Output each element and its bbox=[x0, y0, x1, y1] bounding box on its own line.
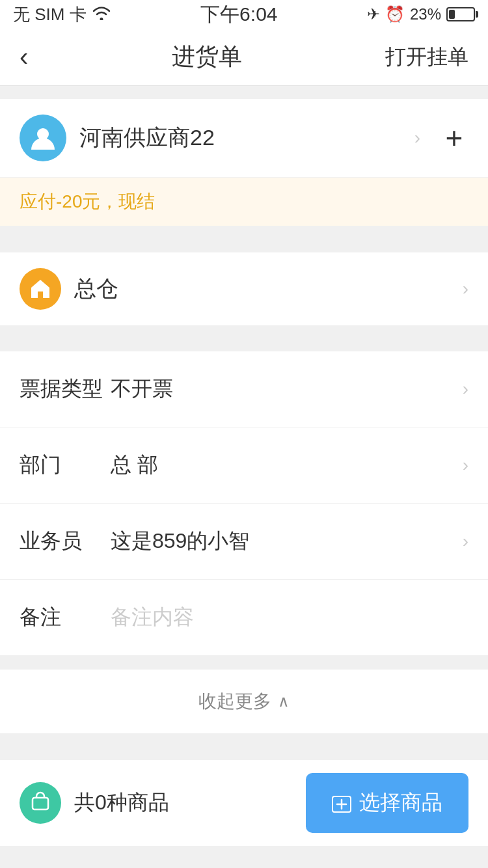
status-right: ✈ ⏰ 23% bbox=[367, 5, 475, 23]
form-row-remarks[interactable]: 备注 备注内容 bbox=[0, 580, 488, 656]
department-label: 部门 bbox=[20, 451, 104, 480]
divider-3 bbox=[0, 325, 488, 338]
warehouse-section[interactable]: 总仓 › bbox=[0, 252, 488, 325]
divider-1 bbox=[0, 86, 488, 99]
divider-2 bbox=[0, 226, 488, 239]
house-icon bbox=[29, 277, 52, 301]
wifi-icon bbox=[92, 5, 111, 25]
collapse-row[interactable]: 收起更多 ∧ bbox=[0, 669, 488, 733]
form-row-invoice-type[interactable]: 票据类型 不开票 › bbox=[0, 351, 488, 427]
salesman-label: 业务员 bbox=[20, 527, 104, 556]
info-banner: 应付-20元，现结 bbox=[0, 178, 488, 226]
invoice-type-value: 不开票 bbox=[104, 375, 456, 403]
form-section: 票据类型 不开票 › 部门 总 部 › 业务员 这是859的小智 › 备注 备注… bbox=[0, 351, 488, 656]
alarm-icon: ⏰ bbox=[385, 5, 405, 23]
product-count-label: 共0种商品 bbox=[74, 789, 306, 817]
invoice-type-label: 票据类型 bbox=[20, 375, 104, 403]
remarks-value[interactable]: 备注内容 bbox=[104, 603, 468, 632]
page-title: 进货单 bbox=[172, 41, 242, 73]
warehouse-icon bbox=[20, 268, 61, 310]
invoice-type-arrow-icon: › bbox=[463, 379, 468, 400]
open-pending-button[interactable]: 打开挂单 bbox=[385, 43, 468, 72]
status-bar: 无 SIM 卡 下午6:04 ✈ ⏰ 23% bbox=[0, 0, 488, 29]
nav-bar: ‹ 进货单 打开挂单 bbox=[0, 29, 488, 86]
status-carrier: 无 SIM 卡 bbox=[13, 3, 111, 26]
battery-percent: 23% bbox=[410, 5, 441, 23]
collapse-label: 收起更多 bbox=[198, 689, 271, 714]
add-supplier-button[interactable] bbox=[440, 120, 468, 156]
supplier-name[interactable]: 河南供应商22 bbox=[79, 123, 414, 153]
location-icon: ✈ bbox=[367, 5, 380, 23]
form-row-department[interactable]: 部门 总 部 › bbox=[0, 427, 488, 504]
collapse-icon: ∧ bbox=[278, 692, 290, 711]
department-arrow-icon: › bbox=[463, 455, 468, 476]
carrier-text: 无 SIM 卡 bbox=[13, 3, 87, 26]
select-product-icon bbox=[332, 792, 351, 814]
battery-icon bbox=[446, 7, 475, 21]
remarks-label: 备注 bbox=[20, 603, 104, 632]
department-value: 总 部 bbox=[104, 451, 456, 480]
supplier-section: 河南供应商22 › bbox=[0, 99, 488, 178]
person-icon bbox=[29, 124, 57, 152]
select-product-label: 选择商品 bbox=[359, 789, 442, 817]
salesman-value: 这是859的小智 bbox=[104, 527, 456, 556]
supplier-arrow-icon: › bbox=[414, 128, 420, 148]
product-icon bbox=[20, 782, 61, 824]
back-button[interactable]: ‹ bbox=[20, 42, 28, 72]
bottom-bar: 共0种商品 选择商品 bbox=[0, 759, 488, 846]
warehouse-arrow-icon: › bbox=[463, 278, 468, 299]
salesman-arrow-icon: › bbox=[463, 531, 468, 552]
supplier-avatar bbox=[20, 115, 66, 161]
info-text: 应付-20元，现结 bbox=[20, 191, 155, 211]
select-product-button[interactable]: 选择商品 bbox=[306, 773, 468, 833]
warehouse-name: 总仓 bbox=[74, 274, 463, 304]
cart-icon bbox=[29, 791, 52, 815]
status-time: 下午6:04 bbox=[200, 1, 277, 28]
svg-rect-1 bbox=[33, 798, 48, 809]
divider-4 bbox=[0, 733, 488, 746]
form-row-salesman[interactable]: 业务员 这是859的小智 › bbox=[0, 504, 488, 580]
